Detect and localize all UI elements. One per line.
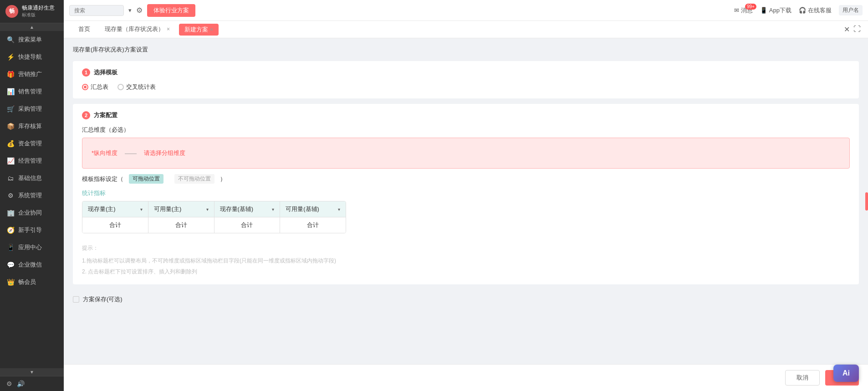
msg-badge: 99+: [745, 4, 756, 10]
col-3-chevron-icon: ▾: [272, 207, 274, 212]
sidebar-item-operation[interactable]: 📈 经营管理: [0, 152, 64, 170]
sidebar-item-sys-mgmt[interactable]: ⚙ 系统管理: [0, 187, 64, 204]
topbar-right: ✉ 消息 99+ 📱 App下载 🎧 在线客服 用户名: [734, 5, 863, 15]
tab-bar: 首页 现存量（库存状况表） × 新建方案 × ✕ ⛶: [64, 21, 868, 38]
stats-cell-1-2: 合计: [148, 217, 214, 233]
page-title: 现存量(库存状况表)方案设置: [73, 46, 859, 54]
stats-col-2-header[interactable]: 可用量(主) ▾: [148, 201, 214, 217]
stats-title: 统计指标: [82, 189, 850, 197]
indicator-settings: 模板指标设定（ 可拖动位置 不可拖动位置 ） 统计指标 现存量(主) ▾: [82, 174, 850, 277]
user-profile[interactable]: 用户名: [839, 5, 863, 15]
sidebar-item-search-menu[interactable]: 🔍 搜索菜单: [0, 31, 64, 48]
tab-inventory-status[interactable]: 现存量（库存状况表） ×: [97, 21, 177, 38]
stats-header-row: 现存量(主) ▾ 可用量(主) ▾ 现存量(基辅) ▾: [82, 201, 346, 217]
template-radio-group: 汇总表 交叉统计表: [82, 83, 850, 91]
footer: 取消 查询: [64, 364, 868, 391]
gear-icon[interactable]: ⚙: [136, 6, 143, 15]
save-checkbox[interactable]: [73, 296, 79, 303]
section-1: 1 选择模板 汇总表 交叉统计表: [73, 61, 859, 98]
quick-nav-icon: ⚡: [6, 53, 15, 61]
sidebar-item-sales[interactable]: 📊 销售管理: [0, 83, 64, 100]
dimension-required-label: 汇总维度（必选）: [82, 126, 850, 134]
settings-icon[interactable]: ⚙: [6, 380, 12, 387]
non-draggable-badge: 不可拖动位置: [174, 174, 214, 184]
sidebar-scroll-up[interactable]: ▲: [0, 23, 64, 31]
tabs-right-actions: ✕ ⛶: [844, 25, 861, 34]
app-version: 标准版: [22, 12, 55, 18]
trial-btn[interactable]: 体验行业方案: [147, 4, 195, 17]
sidebar-scroll-down[interactable]: ▼: [0, 368, 64, 376]
cancel-button[interactable]: 取消: [785, 370, 820, 386]
sidebar-item-basic-info[interactable]: 🗂 基础信息: [0, 170, 64, 187]
sidebar-item-enterprise[interactable]: 🏢 企业协同: [0, 204, 64, 221]
sidebar: 畅 畅康通好生意 标准版 ▲ 🔍 搜索菜单 ⚡ 快捷导航 🎁 营销推广 📊 销售…: [0, 0, 64, 391]
tip-1: 1.拖动标题栏可以调整布局，不可跨维度或指标区域拖动栏目字段(只能在同一维度或指…: [82, 255, 850, 266]
dimension-row[interactable]: *纵向维度 —— 请选择分组维度: [82, 138, 850, 169]
wechat-icon: 💬: [6, 261, 15, 269]
sidebar-item-marketing[interactable]: 🎁 营销推广: [0, 66, 64, 83]
sidebar-item-label: 资金管理: [18, 139, 42, 148]
tabs-expand-icon[interactable]: ⛶: [853, 25, 861, 34]
basic-info-icon: 🗂: [6, 174, 15, 182]
radio-summary-dot: [82, 84, 88, 90]
stats-col-2-label: 可用量(主): [154, 205, 182, 213]
stats-col-4-label: 可用量(基辅): [286, 205, 319, 213]
indicator-label: 模板指标设定（: [82, 175, 123, 183]
service-btn[interactable]: 🎧 在线客服: [799, 6, 832, 15]
search-input[interactable]: [69, 5, 124, 16]
tab-home[interactable]: 首页: [71, 21, 97, 38]
sidebar-item-wechat[interactable]: 💬 企业微信: [0, 256, 64, 273]
logo-icon: 畅: [5, 5, 18, 18]
sidebar-item-label: 企业协同: [18, 209, 42, 217]
msg-btn[interactable]: ✉ 消息 99+: [734, 6, 753, 15]
col-1-chevron-icon: ▾: [140, 207, 143, 212]
stats-col-1-header[interactable]: 现存量(主) ▾: [82, 201, 148, 217]
sidebar-item-finance[interactable]: 💰 资金管理: [0, 135, 64, 152]
tab-inventory-close-icon[interactable]: ×: [167, 26, 170, 32]
sidebar-item-quick-nav[interactable]: ⚡ 快捷导航: [0, 48, 64, 66]
dropdown-icon[interactable]: ▾: [128, 7, 132, 14]
finance-icon: 💰: [6, 139, 15, 148]
app-download-btn[interactable]: 📱 App下载: [760, 6, 791, 15]
stats-data-row-1: 合计 合计 合计 合计: [82, 217, 346, 233]
stats-col-3-label: 现存量(基辅): [220, 205, 254, 213]
tab-home-label: 首页: [78, 25, 90, 33]
tabs-close-icon[interactable]: ✕: [844, 25, 850, 34]
sidebar-item-inventory[interactable]: 📦 库存核算: [0, 118, 64, 135]
section-2-num: 2: [82, 111, 90, 119]
tab-new-plan-close-icon[interactable]: ×: [210, 26, 213, 33]
sidebar-item-label: 销售管理: [18, 87, 42, 96]
col-4-chevron-icon: ▾: [338, 207, 340, 212]
sidebar-item-label: 经营管理: [18, 157, 42, 165]
sidebar-item-newbie[interactable]: 🧭 新手引导: [0, 221, 64, 239]
radio-summary-label: 汇总表: [91, 83, 108, 91]
ai-button[interactable]: Ai: [833, 365, 859, 382]
close-paren: ）: [220, 175, 226, 183]
sidebar-item-label: 畅会员: [18, 278, 36, 286]
dimension-placeholder: 请选择分组维度: [144, 149, 185, 157]
sidebar-item-app-center[interactable]: 📱 应用中心: [0, 239, 64, 256]
stats-col-4-header[interactable]: 可用量(基辅) ▾: [280, 201, 346, 217]
radio-summary[interactable]: 汇总表: [82, 83, 108, 91]
sidebar-item-label: 新手引导: [18, 226, 42, 234]
radio-cross[interactable]: 交叉统计表: [117, 83, 156, 91]
app-icon: 📱: [760, 7, 767, 14]
tab-new-plan[interactable]: 新建方案 ×: [179, 24, 219, 36]
sidebar-footer: ⚙ 🔊: [0, 376, 64, 391]
vertical-required-label: *纵向维度: [92, 149, 117, 157]
purchase-icon: 🛒: [6, 105, 15, 113]
sidebar-item-label: 系统管理: [18, 191, 42, 200]
enterprise-icon: 🏢: [6, 209, 15, 217]
sales-icon: 📊: [6, 87, 15, 96]
stats-cell-1-3: 合计: [214, 217, 281, 233]
speaker-icon[interactable]: 🔊: [17, 380, 25, 387]
stats-col-1-label: 现存量(主): [88, 205, 116, 213]
stats-col-3-header[interactable]: 现存量(基辅) ▾: [214, 201, 281, 217]
sidebar-item-member[interactable]: 👑 畅会员: [0, 273, 64, 291]
col-2-chevron-icon: ▾: [206, 207, 209, 212]
stats-cell-1-1: 合计: [82, 217, 148, 233]
sidebar-item-purchase[interactable]: 🛒 采购管理: [0, 100, 64, 118]
dash-separator: ——: [125, 150, 137, 157]
inventory-icon: 📦: [6, 122, 15, 130]
sys-mgmt-icon: ⚙: [6, 191, 15, 200]
